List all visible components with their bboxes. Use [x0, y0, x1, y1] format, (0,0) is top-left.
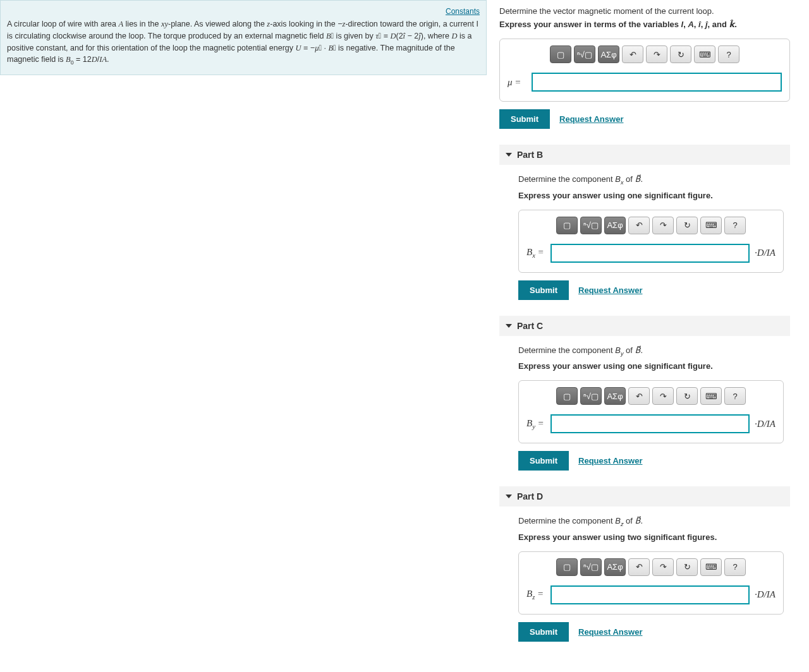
- reset-button[interactable]: ↻: [670, 45, 691, 63]
- keyboard-button[interactable]: ⌨: [700, 217, 722, 234]
- templates-button[interactable]: ▢: [556, 558, 578, 576]
- greek-button[interactable]: ΑΣφ: [598, 45, 619, 63]
- greek-button[interactable]: ΑΣφ: [604, 558, 626, 576]
- part-c-title: Part C: [517, 321, 543, 331]
- redo-button[interactable]: ↷: [652, 387, 674, 405]
- help-button[interactable]: ?: [724, 387, 746, 405]
- unit-c: ·D/IA: [755, 419, 776, 429]
- root-button[interactable]: ⁿ√▢: [580, 558, 602, 576]
- part-d-prompt: Determine the component Bz of B⃗.: [518, 516, 784, 527]
- part-b: Part B Determine the component Bx of B⃗.…: [499, 145, 790, 300]
- keyboard-button[interactable]: ⌨: [700, 558, 722, 576]
- request-answer-c[interactable]: Request Answer: [578, 456, 642, 465]
- formula-toolbar: ▢ ⁿ√▢ ΑΣφ ↶ ↷ ↻ ⌨ ?: [526, 387, 776, 405]
- part-d-title: Part D: [517, 491, 543, 501]
- chevron-down-icon: [506, 153, 512, 157]
- undo-button[interactable]: ↶: [622, 45, 643, 63]
- part-b-prompt: Determine the component Bx of B⃗.: [518, 174, 784, 186]
- formula-toolbar: ▢ ⁿ√▢ ΑΣφ ↶ ↷ ↻ ⌨ ?: [508, 45, 782, 63]
- redo-button[interactable]: ↷: [652, 558, 674, 576]
- undo-button[interactable]: ↶: [628, 558, 650, 576]
- problem-statement: Constants A circular loop of wire with a…: [0, 0, 487, 75]
- request-answer-d[interactable]: Request Answer: [578, 627, 642, 637]
- answer-box-c: ▢ ⁿ√▢ ΑΣφ ↶ ↷ ↻ ⌨ ? By = ·D/IA: [518, 380, 784, 443]
- part-c-prompt: Determine the component By of B⃗.: [518, 345, 784, 357]
- help-button[interactable]: ?: [724, 558, 746, 576]
- answer-box-b: ▢ ⁿ√▢ ΑΣφ ↶ ↷ ↻ ⌨ ? Bx = ·D/IA: [518, 210, 784, 273]
- chevron-down-icon: [506, 324, 512, 328]
- formula-toolbar: ▢ ⁿ√▢ ΑΣφ ↶ ↷ ↻ ⌨ ?: [526, 558, 776, 576]
- unit-b: ·D/IA: [755, 248, 776, 258]
- part-b-title: Part B: [517, 150, 543, 160]
- var-label-c: By =: [526, 418, 545, 430]
- redo-button[interactable]: ↷: [646, 45, 667, 63]
- answer-box-a: ▢ ⁿ√▢ ΑΣφ ↶ ↷ ↻ ⌨ ? μ =: [499, 39, 790, 102]
- templates-button[interactable]: ▢: [556, 387, 578, 405]
- keyboard-button[interactable]: ⌨: [694, 45, 715, 63]
- var-label-d: Bz =: [526, 589, 545, 601]
- greek-button[interactable]: ΑΣφ: [604, 387, 626, 405]
- root-button[interactable]: ⁿ√▢: [580, 217, 602, 234]
- problem-text: A circular loop of wire with area A lies…: [7, 18, 480, 67]
- var-label-b: Bx =: [526, 247, 545, 259]
- submit-button-a[interactable]: Submit: [499, 109, 550, 129]
- part-b-instruction: Express your answer using one significan…: [518, 191, 784, 200]
- undo-button[interactable]: ↶: [628, 217, 650, 234]
- help-button[interactable]: ?: [718, 45, 739, 63]
- part-a-instruction: Express your answer in terms of the vari…: [499, 20, 790, 29]
- chevron-down-icon: [506, 495, 512, 498]
- formula-toolbar: ▢ ⁿ√▢ ΑΣφ ↶ ↷ ↻ ⌨ ?: [526, 217, 776, 234]
- answer-input-a[interactable]: [532, 73, 782, 92]
- part-c-instruction: Express your answer using one significan…: [518, 361, 784, 371]
- part-c-header[interactable]: Part C: [499, 316, 790, 336]
- var-label-a: μ =: [508, 77, 526, 88]
- request-answer-b[interactable]: Request Answer: [578, 285, 642, 295]
- keyboard-button[interactable]: ⌨: [700, 387, 722, 405]
- part-d-header[interactable]: Part D: [499, 486, 790, 507]
- reset-button[interactable]: ↻: [676, 217, 698, 234]
- submit-button-c[interactable]: Submit: [518, 451, 569, 471]
- reset-button[interactable]: ↻: [676, 558, 698, 576]
- part-d-instruction: Express your answer using two significan…: [518, 532, 784, 542]
- answer-box-d: ▢ ⁿ√▢ ΑΣφ ↶ ↷ ↻ ⌨ ? Bz = ·D/IA: [518, 551, 784, 615]
- part-a: Determine the vector magnetic moment of …: [499, 6, 790, 129]
- answer-input-b[interactable]: [550, 244, 750, 263]
- request-answer-a[interactable]: Request Answer: [559, 114, 623, 124]
- submit-button-d[interactable]: Submit: [518, 622, 569, 642]
- unit-d: ·D/IA: [755, 589, 776, 600]
- root-button[interactable]: ⁿ√▢: [580, 387, 602, 405]
- root-button[interactable]: ⁿ√▢: [574, 45, 595, 63]
- greek-button[interactable]: ΑΣφ: [604, 217, 626, 234]
- part-b-header[interactable]: Part B: [499, 145, 790, 165]
- reset-button[interactable]: ↻: [676, 387, 698, 405]
- help-button[interactable]: ?: [724, 217, 746, 234]
- submit-button-b[interactable]: Submit: [518, 280, 569, 300]
- templates-button[interactable]: ▢: [550, 45, 571, 63]
- part-a-prompt: Determine the vector magnetic moment of …: [499, 6, 790, 16]
- answer-input-c[interactable]: [550, 414, 750, 433]
- templates-button[interactable]: ▢: [556, 217, 578, 234]
- answer-input-d[interactable]: [550, 585, 750, 604]
- part-d: Part D Determine the component Bz of B⃗.…: [499, 486, 790, 642]
- part-c: Part C Determine the component By of B⃗.…: [499, 316, 790, 471]
- constants-link[interactable]: Constants: [446, 7, 480, 16]
- undo-button[interactable]: ↶: [628, 387, 650, 405]
- redo-button[interactable]: ↷: [652, 217, 674, 234]
